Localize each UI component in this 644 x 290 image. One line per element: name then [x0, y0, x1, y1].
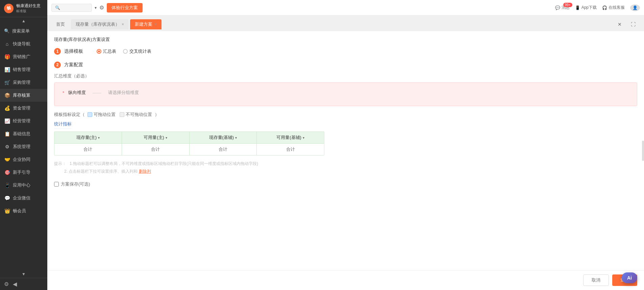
sidebar-item-app-center[interactable]: 📱 应用中心 [0, 179, 47, 192]
tip2-link[interactable]: 删除列 [139, 169, 151, 174]
stats-table-row: 合计 合计 合计 合计 [54, 143, 324, 155]
message-icon: 💬 [555, 5, 560, 10]
sidebar-item-label: 企业协同 [13, 156, 30, 163]
stats-section-title: 统计指标 [54, 121, 72, 129]
sidebar-scroll-down-button[interactable]: ▼ [0, 270, 47, 278]
trending-icon: 📈 [4, 118, 10, 124]
sidebar-item-member[interactable]: 👑 畅会员 [0, 204, 47, 217]
tab-home[interactable]: 首页 [51, 19, 70, 29]
radio-cross-indicator [123, 49, 128, 54]
mobile-icon: 📱 [4, 182, 10, 188]
template-option-cross[interactable]: 交叉统计表 [123, 48, 151, 54]
gear-icon: ⚙ [4, 144, 10, 150]
sidebar-item-label: 畅会员 [13, 208, 26, 214]
sidebar-item-sales[interactable]: 📊 销售管理 [0, 63, 47, 76]
tab-new-label: 新建方案 [135, 21, 152, 27]
chart-icon: 📊 [4, 67, 10, 73]
sidebar-item-label: 新手引导 [13, 169, 30, 175]
dimension-label: 汇总维度（必选） [54, 73, 637, 79]
sidebar-item-guide[interactable]: 🎯 新手引导 [0, 166, 47, 179]
topbar-trial-button[interactable]: 体验行业方案 [107, 3, 143, 13]
stats-col-available-main[interactable]: 可用量(主) ▾ [122, 132, 190, 143]
window-maximize-button[interactable]: ⛶ [626, 18, 640, 31]
sidebar: 畅 畅康通好生意 标准版 ▲ 🔍 搜索菜单 ⌂ 快捷导航 🎁 营销推广 📊 销售… [0, 0, 47, 290]
sidebar-item-wechat[interactable]: 💬 企业微信 [0, 192, 47, 204]
tab-inventory-label: 现存量（库存状况表） [76, 21, 120, 27]
section2-title: 方案配置 [64, 62, 83, 68]
sidebar-logo: 畅 畅康通好生意 标准版 [0, 0, 47, 17]
sidebar-item-system[interactable]: ⚙ 系统管理 [0, 140, 47, 153]
save-checkbox[interactable] [54, 182, 59, 187]
sidebar-item-label: 营销推广 [13, 54, 30, 60]
window-close-button[interactable]: ✕ [613, 18, 626, 31]
sidebar-settings-button[interactable]: ⚙ [4, 281, 9, 287]
sidebar-item-shortcuts[interactable]: ⌂ 快捷导航 [0, 38, 47, 50]
col-label: 现存量(基辅) [209, 135, 234, 141]
tips-section: 提示： 1.拖动标题栏可以调整布局，不可跨维度或指标区域拖动栏目字段(只能在同一… [54, 161, 637, 174]
stats-table: 现存量(主) ▾ 可用量(主) ▾ 现存量(基辅) ▾ [54, 131, 324, 155]
tip2: 2. 点击标题栏下拉可设置排序、插入列和 删除列 [54, 169, 637, 174]
stats-col-current-aux[interactable]: 现存量(基辅) ▾ [190, 132, 257, 143]
tabbar: 首页 现存量（库存状况表） × 新建方案 × ✕ ⛶ [47, 16, 644, 31]
tab-new-close[interactable]: × [154, 22, 157, 27]
app-logo-icon: 畅 [4, 4, 14, 13]
sidebar-item-label: 资金管理 [13, 105, 30, 111]
dimension-name: 纵向维度 [68, 90, 86, 96]
sidebar-nav: ⌂ 快捷导航 🎁 营销推广 📊 销售管理 🛒 采购管理 📦 库存核算 💰 资金管… [0, 38, 47, 270]
chevron-down-icon: ▾ [303, 136, 304, 140]
sidebar-item-enterprise[interactable]: 🤝 企业协同 [0, 153, 47, 166]
non-draggable-icon [120, 112, 124, 117]
money-icon: 💰 [4, 105, 10, 111]
topbar-user-menu[interactable]: 👤 [630, 5, 640, 10]
topbar-search-box[interactable]: 🔍 [51, 4, 92, 12]
topbar-online-service[interactable]: 🎧 在线客服 [602, 5, 625, 10]
mobile-icon: 📱 [575, 5, 580, 10]
tab-inventory-close[interactable]: × [122, 22, 124, 27]
stats-section: 统计指标 现存量(主) ▾ 可用量(主) ▾ [54, 121, 637, 155]
dimension-box[interactable]: * 纵向维度 —— 请选择分组维度 [54, 82, 637, 106]
draggable-icon [88, 112, 92, 117]
save-option: 方案保存(可选) [54, 181, 637, 187]
crown-icon: 👑 [4, 208, 10, 214]
template-option-summary[interactable]: 汇总表 [97, 48, 116, 54]
app-edition: 标准版 [16, 9, 41, 14]
sidebar-item-purchase[interactable]: 🛒 采购管理 [0, 76, 47, 89]
stats-col-available-aux[interactable]: 可用量(基辅) ▾ [257, 132, 324, 143]
topbar-left: 🔍 ▾ ⚙ 体验行业方案 [51, 3, 552, 13]
tab-inventory[interactable]: 现存量（库存状况表） × [71, 19, 129, 29]
sidebar-item-operations[interactable]: 📈 经营管理 [0, 115, 47, 127]
gift-icon: 🎁 [4, 54, 10, 60]
section-config: 2 方案配置 汇总维度（必选） * 纵向维度 —— 请选择分组维度 模板指标设定… [54, 62, 637, 174]
stats-cell-sum2: 合计 [122, 144, 190, 155]
main-area: 🔍 ▾ ⚙ 体验行业方案 💬 消息 99+ 📱 App下载 🎧 在线客服 👤 [47, 0, 644, 290]
topbar-settings-button[interactable]: ⚙ [99, 4, 104, 11]
stats-col-current-main[interactable]: 现存量(主) ▾ [54, 132, 122, 143]
sidebar-item-finance[interactable]: 💰 资金管理 [0, 102, 47, 115]
topbar-message-button[interactable]: 💬 消息 99+ [555, 5, 570, 10]
sidebar-item-label: 应用中心 [13, 182, 30, 188]
sidebar-item-label: 快捷导航 [13, 41, 30, 47]
topbar-dropdown-button[interactable]: ▾ [95, 5, 97, 10]
sidebar-item-inventory[interactable]: 📦 库存核算 [0, 89, 47, 102]
sidebar-item-label: 企业微信 [13, 195, 30, 201]
sidebar-search[interactable]: 🔍 搜索菜单 [0, 25, 47, 38]
sidebar-toggle-button[interactable]: ◀ [13, 281, 17, 287]
dimension-placeholder: 请选择分组维度 [108, 90, 139, 96]
target-icon: 🎯 [4, 169, 10, 175]
section1-title: 选择模板 [64, 48, 83, 54]
window-controls: ✕ ⛶ [613, 18, 640, 31]
sidebar-item-marketing[interactable]: 🎁 营销推广 [0, 50, 47, 63]
chevron-down-icon: ▾ [166, 136, 167, 140]
sidebar-scroll-up-button[interactable]: ▲ [0, 17, 47, 25]
sidebar-item-basic-info[interactable]: 📋 基础信息 [0, 127, 47, 140]
stats-table-header: 现存量(主) ▾ 可用量(主) ▾ 现存量(基辅) ▾ [54, 132, 324, 143]
topbar-app-download[interactable]: 📱 App下载 [575, 5, 597, 10]
cancel-button[interactable]: 取消 [583, 274, 609, 286]
message-badge: 99+ [563, 3, 572, 7]
sidebar-item-label: 库存核算 [13, 92, 30, 98]
tab-new-plan[interactable]: 新建方案 × [130, 19, 162, 29]
radio-summary-indicator [97, 49, 101, 54]
right-scrollbar[interactable] [642, 141, 644, 161]
ai-fab-button[interactable]: Ai [622, 272, 637, 283]
indicator-settings-label: 模板指标设定（ 可拖动位置 不可拖动位置 ） [54, 112, 637, 118]
